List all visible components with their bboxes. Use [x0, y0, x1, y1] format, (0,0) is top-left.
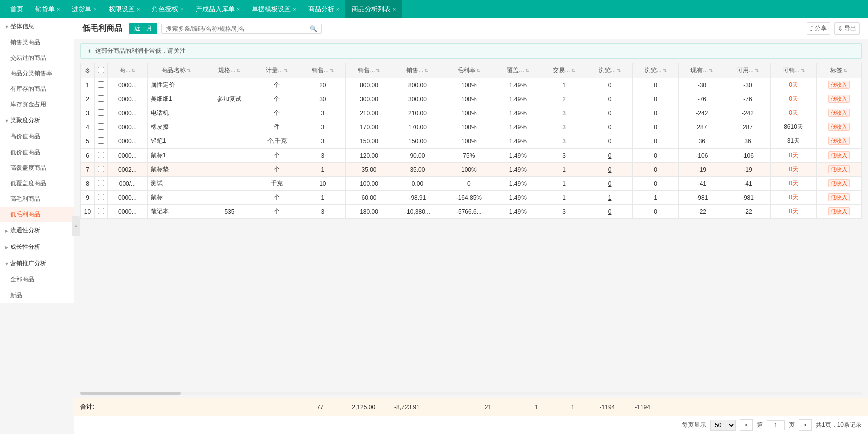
sidebar-item-traded[interactable]: 交易过的商品: [0, 50, 74, 66]
close-icon[interactable]: ×: [180, 6, 183, 12]
nav-analysis[interactable]: 商品分析 ×: [302, 0, 345, 18]
close-icon[interactable]: ×: [57, 6, 60, 12]
row-view1[interactable]: 0: [587, 205, 633, 219]
filter-button[interactable]: 近一月: [129, 23, 157, 34]
nav-sales[interactable]: 销货单 ×: [29, 0, 66, 18]
table-row: 3 0000... 电话机 个 3 210.00 210.00 100% 1.4…: [81, 106, 862, 120]
nav-home[interactable]: 首页: [4, 0, 29, 18]
sidebar-item-in-stock[interactable]: 有库存的商品: [0, 81, 74, 97]
nav-templates[interactable]: 单据模板设置 ×: [246, 0, 302, 18]
row-select-checkbox[interactable]: [98, 166, 104, 172]
search-input[interactable]: [166, 25, 310, 32]
sidebar-group-marketing[interactable]: ▾ 营销推广分析: [0, 255, 74, 272]
sidebar-item-stock-capital[interactable]: 库存资金占用: [0, 97, 74, 112]
row-checkbox[interactable]: [95, 106, 108, 120]
close-icon[interactable]: ×: [393, 6, 396, 12]
row-select-checkbox[interactable]: [98, 208, 104, 214]
row-select-checkbox[interactable]: [98, 95, 104, 102]
row-view1[interactable]: 0: [587, 78, 633, 92]
sidebar-item-high-value[interactable]: 高价值商品: [0, 129, 74, 144]
row-checkbox[interactable]: [95, 177, 108, 191]
per-page-select[interactable]: 50 100 200: [710, 420, 736, 431]
col-sales-qty[interactable]: 销售...⇅: [300, 63, 346, 78]
sidebar-item-low-coverage[interactable]: 低覆盖度商品: [0, 176, 74, 191]
row-unit: 个: [254, 149, 300, 163]
sidebar-group-growth[interactable]: ▸ 成长性分析: [0, 239, 74, 255]
nav-products[interactable]: 产成品入库单 ×: [190, 0, 246, 18]
close-icon[interactable]: ×: [137, 6, 140, 12]
col-gross-rate[interactable]: 毛利率⇅: [443, 63, 495, 78]
col-sales-price[interactable]: 销售...⇅: [346, 63, 392, 78]
row-checkbox[interactable]: [95, 120, 108, 134]
row-checkbox[interactable]: [95, 205, 108, 219]
row-select-checkbox[interactable]: [98, 180, 104, 186]
sidebar-group-cluster[interactable]: ▾ 类聚度分析: [0, 112, 74, 129]
col-name[interactable]: 商品名称⇅: [147, 63, 205, 78]
col-available[interactable]: 可用...⇅: [725, 63, 771, 78]
sidebar-item-new-products[interactable]: 新品: [0, 287, 74, 303]
row-view1[interactable]: 0: [587, 177, 633, 191]
nav-permissions[interactable]: 权限设置 ×: [103, 0, 146, 18]
close-icon[interactable]: ×: [93, 6, 96, 12]
close-icon[interactable]: ×: [336, 6, 339, 12]
close-icon[interactable]: ×: [293, 6, 296, 12]
export-button[interactable]: ⇩ 导出: [834, 22, 860, 35]
select-all-checkbox[interactable]: [98, 67, 104, 73]
col-sales-amount[interactable]: 销售...⇅: [392, 63, 443, 78]
sidebar-item-category-rate[interactable]: 商品分类销售率: [0, 66, 74, 81]
sidebar-item-high-margin[interactable]: 高毛利商品: [0, 191, 74, 207]
search-box[interactable]: 🔍: [161, 24, 322, 34]
col-trade[interactable]: 交易...⇅: [541, 63, 587, 78]
close-icon[interactable]: ×: [237, 6, 240, 12]
row-select-checkbox[interactable]: [98, 109, 104, 116]
nav-purchase[interactable]: 进货单 ×: [66, 0, 102, 18]
sidebar-item-all-products[interactable]: 全部商品: [0, 272, 74, 287]
table-row: 6 0000... 鼠标1 个 3 120.00 90.00 75% 1.49%…: [81, 149, 862, 163]
row-view1[interactable]: 0: [587, 134, 633, 149]
col-settings[interactable]: ⚙: [81, 63, 95, 78]
row-select-checkbox[interactable]: [98, 123, 104, 130]
row-view1[interactable]: 0: [587, 163, 633, 177]
horizontal-scrollbar[interactable]: [80, 392, 862, 395]
col-tag[interactable]: 标签⇅: [816, 63, 861, 78]
nav-roles[interactable]: 角色授权 ×: [146, 0, 189, 18]
row-select-checkbox[interactable]: [98, 194, 104, 200]
row-select-checkbox[interactable]: [98, 137, 104, 144]
row-view1[interactable]: 0: [587, 149, 633, 163]
row-checkbox[interactable]: [95, 191, 108, 205]
row-view1[interactable]: 1: [587, 191, 633, 205]
col-saleable[interactable]: 可销...⇅: [771, 63, 817, 78]
sidebar-group-flow[interactable]: ▸ 流通性分析: [0, 222, 74, 239]
page-number-input[interactable]: [767, 420, 785, 430]
row-checkbox[interactable]: [95, 78, 108, 92]
search-icon[interactable]: 🔍: [310, 25, 317, 32]
sidebar-item-high-coverage[interactable]: 高覆盖度商品: [0, 160, 74, 176]
row-view1[interactable]: 0: [587, 92, 633, 106]
sidebar-item-low-margin[interactable]: 低毛利商品: [0, 207, 74, 222]
row-checkbox[interactable]: [95, 134, 108, 149]
row-checkbox[interactable]: [95, 149, 108, 163]
row-checkbox[interactable]: [95, 92, 108, 106]
sidebar-group-overall[interactable]: ▾ 整体信息: [0, 18, 74, 35]
prev-page-button[interactable]: ＜: [740, 419, 753, 431]
col-checkbox[interactable]: [95, 63, 108, 78]
row-select-checkbox[interactable]: [98, 152, 104, 158]
next-page-button[interactable]: ＞: [799, 419, 812, 431]
col-unit[interactable]: 计量...⇅: [254, 63, 300, 78]
row-view1[interactable]: 0: [587, 106, 633, 120]
col-view2[interactable]: 浏览...⇅: [633, 63, 679, 78]
share-button[interactable]: ⤴ 分享: [807, 22, 830, 35]
col-code[interactable]: 商...⇅: [108, 63, 148, 78]
col-spec[interactable]: 规格...⇅: [205, 63, 254, 78]
row-select-checkbox[interactable]: [98, 81, 104, 88]
row-view1[interactable]: 0: [587, 120, 633, 134]
sidebar-item-low-value[interactable]: 低价值商品: [0, 144, 74, 160]
col-current-stock[interactable]: 现有...⇅: [679, 63, 725, 78]
scrollbar-thumb[interactable]: [80, 392, 181, 395]
nav-analysis-list[interactable]: 商品分析列表 ×: [345, 0, 402, 18]
col-view1[interactable]: 浏览...⇅: [587, 63, 633, 78]
col-cover-rate[interactable]: 覆盖...⇅: [495, 63, 541, 78]
sidebar-collapse-button[interactable]: «: [72, 216, 80, 236]
sidebar-item-sales-category[interactable]: 销售类商品: [0, 35, 74, 50]
row-checkbox[interactable]: [95, 163, 108, 177]
